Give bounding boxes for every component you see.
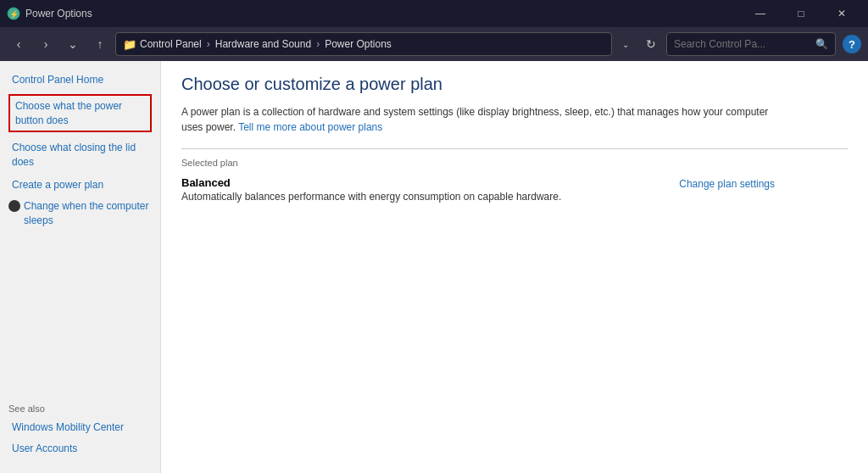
learn-more-link[interactable]: Tell me more about power plans <box>238 121 382 133</box>
sidebar-item-control-panel-home[interactable]: Control Panel Home <box>8 71 152 89</box>
sidebar-item-create-plan[interactable]: Create a power plan <box>8 176 152 194</box>
search-box[interactable]: 🔍 <box>666 32 836 56</box>
breadcrumb-sep-1: › <box>207 38 210 50</box>
svg-text:⚡: ⚡ <box>9 9 19 19</box>
breadcrumb-hardware: Hardware and Sound <box>215 38 311 50</box>
selected-plan-label: Selected plan <box>181 158 848 168</box>
sidebar-item-computer-sleeps[interactable]: Change when the computer sleeps <box>24 199 152 228</box>
monitor-icon <box>8 200 20 212</box>
back-button[interactable]: ‹ <box>7 32 31 56</box>
sidebar-item-power-button[interactable]: Choose what the power button does <box>8 94 152 133</box>
breadcrumb-power: Power Options <box>325 38 392 50</box>
window-title: Power Options <box>25 8 741 19</box>
plan-description: Automatically balances performance with … <box>181 191 561 203</box>
minimize-button[interactable]: — <box>741 0 780 27</box>
sidebar-item-closing-lid[interactable]: Choose what closing the lid does <box>8 139 152 171</box>
breadcrumb-sep-2: › <box>316 38 320 50</box>
plan-info: Balanced Automatically balances performa… <box>181 176 561 203</box>
change-plan-link[interactable]: Change plan settings <box>679 178 775 190</box>
sidebar-item-computer-sleeps-container: Change when the computer sleeps <box>8 199 152 228</box>
address-field[interactable]: 📁 Control Panel › Hardware and Sound › P… <box>115 32 612 56</box>
sidebar-item-user-accounts[interactable]: User Accounts <box>8 440 152 458</box>
app-icon: ⚡ <box>7 7 20 20</box>
recent-locations-button[interactable]: ⌄ <box>61 32 85 56</box>
main-layout: Control Panel Home Choose what the power… <box>0 61 868 473</box>
title-bar: ⚡ Power Options — □ ✕ <box>0 0 868 27</box>
content-area: Choose or customize a power plan A power… <box>161 61 868 473</box>
plan-name: Balanced <box>181 176 561 189</box>
section-divider <box>181 148 848 149</box>
help-button[interactable]: ? <box>843 35 861 53</box>
plan-row: Balanced Automatically balances performa… <box>181 176 775 203</box>
up-button[interactable]: ↑ <box>88 32 112 56</box>
breadcrumb-control-panel: Control Panel <box>140 38 202 50</box>
sidebar-bottom: See also Windows Mobility Center User Ac… <box>8 397 152 463</box>
maximize-button[interactable]: □ <box>782 0 821 27</box>
description-text: A power plan is a collection of hardware… <box>181 104 775 135</box>
forward-button[interactable]: › <box>34 32 58 56</box>
address-bar: ‹ › ⌄ ↑ 📁 Control Panel › Hardware and S… <box>0 27 868 61</box>
refresh-button[interactable]: ↻ <box>639 32 663 56</box>
page-title: Choose or customize a power plan <box>181 75 848 94</box>
see-also-label: See also <box>8 403 152 414</box>
search-input[interactable] <box>674 38 812 50</box>
search-icon: 🔍 <box>815 38 828 50</box>
address-dropdown-button[interactable]: ⌄ <box>615 32 636 56</box>
close-button[interactable]: ✕ <box>822 0 861 27</box>
sidebar: Control Panel Home Choose what the power… <box>0 61 161 473</box>
sidebar-item-windows-mobility[interactable]: Windows Mobility Center <box>8 419 152 437</box>
window-controls: — □ ✕ <box>741 0 861 27</box>
folder-icon: 📁 <box>123 38 136 51</box>
